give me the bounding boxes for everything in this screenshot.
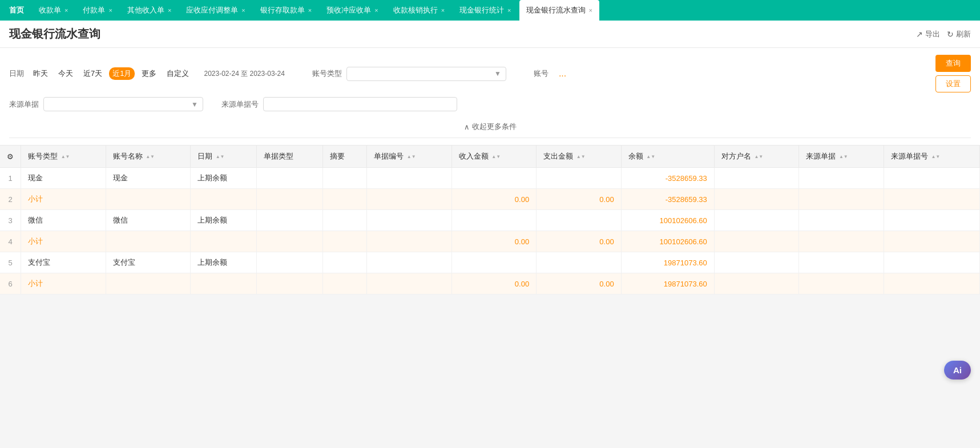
th-account-type[interactable]: 账号类型 ▲▼ (21, 146, 106, 168)
th-balance[interactable]: 余额 ▲▼ (621, 146, 714, 168)
export-icon: ↗ (916, 30, 923, 39)
th-summary[interactable]: 摘要 (323, 146, 367, 168)
th-date-label: 日期 (197, 152, 212, 160)
cell-account-type: 小计 (21, 231, 106, 252)
date-opt-today[interactable]: 今天 (55, 67, 76, 80)
th-income-label: 收入金额 (459, 152, 489, 160)
th-date[interactable]: 日期 ▲▼ (191, 146, 257, 168)
cell-num: 1 (0, 168, 21, 189)
th-balance-label: 余额 (628, 152, 643, 160)
sort-icon-balance: ▲▼ (646, 155, 655, 159)
th-counterpart[interactable]: 对方户名 ▲▼ (714, 146, 799, 168)
nav-tab-other-income[interactable]: 其他收入单 × (120, 0, 178, 21)
th-doc-no[interactable]: 单据编号 ▲▼ (367, 146, 452, 168)
th-source-doc-no-label: 来源单据号 (891, 152, 928, 160)
sort-icon-doc-no: ▲▼ (407, 155, 416, 159)
table-row[interactable]: 4小计0.000.00100102606.60 (0, 231, 980, 252)
th-doc-type-label: 单据类型 (264, 152, 293, 160)
date-opt-7days[interactable]: 近7天 (80, 67, 106, 80)
nav-tab-advance-offset-label: 预收冲应收单 (326, 5, 371, 15)
cell-income (451, 168, 537, 189)
source-doc-placeholder (49, 100, 51, 108)
nav-tab-bank-deposit-close[interactable]: × (308, 7, 312, 14)
cell-account-name: 支付宝 (106, 252, 191, 273)
nav-tab-receipt-label: 收款单 (39, 5, 61, 15)
cell-num: 3 (0, 210, 21, 231)
cell-income: 0.00 (451, 273, 537, 294)
table-row[interactable]: 2小计0.000.00-3528659.33 (0, 189, 980, 210)
nav-tab-receipt-close[interactable]: × (64, 7, 68, 14)
th-expense[interactable]: 支出金额 ▲▼ (537, 146, 622, 168)
nav-tab-advance-offset[interactable]: 预收冲应收单 × (320, 0, 385, 21)
account-dots-button[interactable]: ... (554, 68, 571, 79)
cell-doc-type (257, 231, 323, 252)
th-doc-type[interactable]: 单据类型 (257, 146, 323, 168)
source-doc-select[interactable]: ▼ (43, 97, 203, 111)
cell-date (191, 273, 257, 294)
data-table-container: ⚙ 账号类型 ▲▼ 账号名称 ▲▼ 日期 ▲▼ 单据类型 摘要 (0, 146, 980, 294)
cell-num: 5 (0, 252, 21, 273)
cell-source-doc-no (884, 168, 979, 189)
nav-tab-collection-exec-close[interactable]: × (441, 7, 445, 14)
nav-tab-cash-bank-flow[interactable]: 现金银行流水查询 × (519, 0, 599, 21)
th-source-doc-no[interactable]: 来源单据号 ▲▼ (884, 146, 979, 168)
nav-tab-collection-exec[interactable]: 收款核销执行 × (386, 0, 451, 21)
nav-tab-payment-close[interactable]: × (108, 7, 112, 14)
cell-account-name (106, 273, 191, 294)
table-row[interactable]: 1现金现金上期余额-3528659.33 (0, 168, 980, 189)
account-label: 账号 (534, 68, 550, 79)
nav-tab-collection-exec-label: 收款核销执行 (393, 5, 438, 15)
sort-icon-source-doc-no: ▲▼ (931, 155, 940, 159)
cell-source-doc (799, 231, 884, 252)
cell-source-doc (799, 189, 884, 210)
nav-tab-receipt[interactable]: 收款单 × (32, 0, 75, 21)
export-button[interactable]: ↗ 导出 (916, 29, 940, 39)
nav-tab-home[interactable]: 首页 (2, 0, 31, 21)
settings-button[interactable]: 设置 (935, 75, 971, 92)
cell-doc-type (257, 252, 323, 273)
nav-tab-cash-bank-stat[interactable]: 现金银行统计 × (453, 0, 518, 21)
cell-expense: 0.00 (537, 231, 622, 252)
date-opt-yesterday[interactable]: 昨天 (30, 67, 51, 80)
date-opt-more[interactable]: 更多 (138, 67, 160, 80)
nav-tab-cash-bank-flow-close[interactable]: × (589, 7, 592, 14)
table-row[interactable]: 5支付宝支付宝上期余额19871073.60 (0, 252, 980, 273)
cell-date: 上期余额 (191, 168, 257, 189)
nav-tab-bank-deposit[interactable]: 银行存取款单 × (253, 0, 318, 21)
cell-doc-no (367, 252, 452, 273)
cell-expense (537, 210, 622, 231)
th-account-name[interactable]: 账号名称 ▲▼ (106, 146, 191, 168)
date-filter-label: 日期 (9, 68, 25, 79)
nav-tab-payment[interactable]: 付款单 × (76, 0, 119, 21)
nav-tab-cash-bank-stat-close[interactable]: × (507, 7, 511, 14)
table-row[interactable]: 6小计0.000.0019871073.60 (0, 273, 980, 294)
cell-balance: 19871073.60 (621, 273, 714, 294)
date-opt-1month[interactable]: 近1月 (109, 67, 135, 80)
table-row[interactable]: 3微信微信上期余额100102606.60 (0, 210, 980, 231)
filter-row-1: 日期 昨天 今天 近7天 近1月 更多 自定义 2023-02-24 至 202… (9, 55, 971, 92)
cell-income: 0.00 (451, 189, 537, 210)
nav-tab-advance-offset-close[interactable]: × (374, 7, 378, 14)
th-source-doc[interactable]: 来源单据 ▲▼ (799, 146, 884, 168)
cell-source-doc-no (884, 210, 979, 231)
nav-tab-other-income-close[interactable]: × (168, 7, 171, 14)
cell-doc-type (257, 210, 323, 231)
cell-source-doc (799, 273, 884, 294)
cell-counterpart (714, 231, 799, 252)
filter-row-2: 来源单据 ▼ 来源单据号 (9, 97, 971, 111)
nav-tab-ar-ap-adjust[interactable]: 应收应付调整单 × (179, 0, 252, 21)
refresh-button[interactable]: ↻ 刷新 (947, 29, 971, 39)
date-opt-custom[interactable]: 自定义 (163, 67, 192, 80)
account-type-select[interactable]: ▼ (346, 67, 506, 81)
th-settings[interactable]: ⚙ (0, 146, 21, 168)
query-button[interactable]: 查询 (935, 55, 971, 72)
cell-account-type: 支付宝 (21, 252, 106, 273)
source-doc-no-input[interactable] (263, 97, 457, 111)
nav-tab-ar-ap-adjust-close[interactable]: × (241, 7, 245, 14)
collapse-button[interactable]: ∧ 收起更多条件 (464, 119, 517, 134)
th-income[interactable]: 收入金额 ▲▼ (451, 146, 537, 168)
cell-account-type: 小计 (21, 273, 106, 294)
cell-date (191, 189, 257, 210)
account-type-filter: 账号类型 ▼ (312, 67, 506, 81)
nav-tab-other-income-label: 其他收入单 (127, 5, 164, 15)
